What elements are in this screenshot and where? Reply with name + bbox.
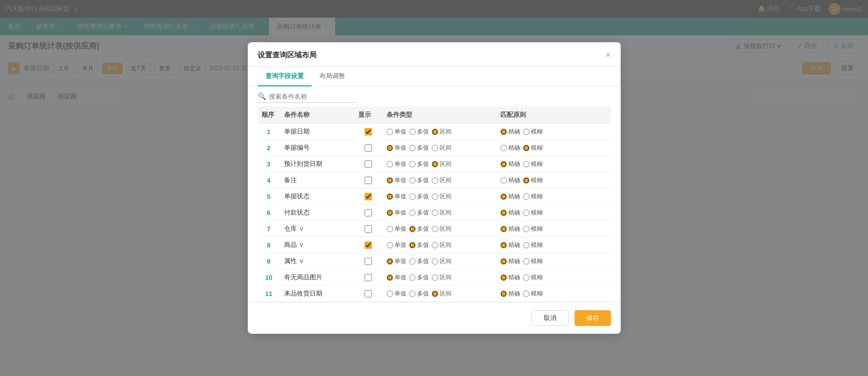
tab-query-fields[interactable]: 查询字段设置 — [258, 67, 312, 86]
th-show: 显示 — [354, 107, 383, 114]
dialog-close-button[interactable]: × — [605, 50, 611, 60]
dialog-header: 设置查询区域布局 × — [248, 42, 621, 67]
tab-layout-adjust[interactable]: 布局调整 — [312, 67, 353, 86]
config-table: 顺序 条件名称 显示 条件类型 匹配原则 1单据日期单值多值区间精确模糊2单据编… — [248, 107, 621, 114]
dialog-search-area: 🔍 — [248, 86, 621, 107]
search-wrap: 🔍 — [258, 92, 356, 103]
modal-overlay: 设置查询区域布局 × 查询字段设置 布局调整 🔍 顺序 — [0, 0, 868, 114]
dialog-tabs: 查询字段设置 布局调整 — [248, 67, 621, 86]
th-match: 匹配原则 — [497, 107, 610, 114]
dialog: 设置查询区域布局 × 查询字段设置 布局调整 🔍 顺序 — [248, 42, 621, 114]
dialog-title: 设置查询区域布局 — [258, 51, 316, 60]
search-icon: 🔍 — [258, 92, 266, 100]
th-order: 顺序 — [258, 107, 280, 114]
search-input[interactable] — [269, 93, 356, 100]
th-name: 条件名称 — [280, 107, 354, 114]
th-type: 条件类型 — [383, 107, 497, 114]
